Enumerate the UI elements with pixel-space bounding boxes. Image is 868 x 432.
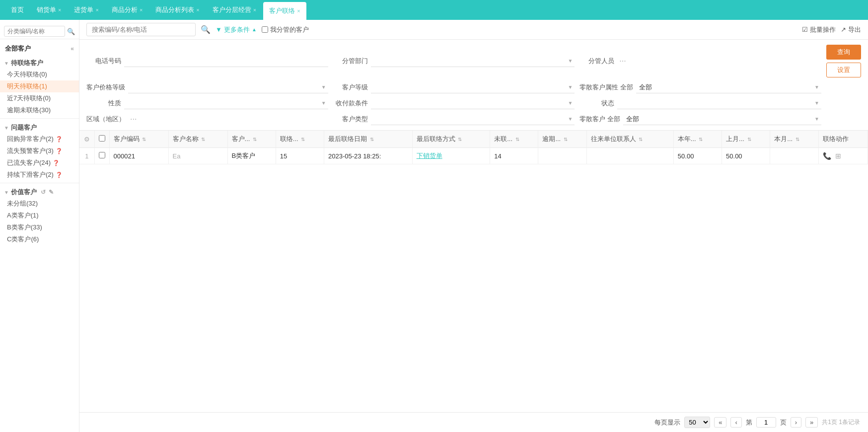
sidebar-item-churn-warning[interactable]: 流失预警客户(3) ❓ (0, 145, 79, 157)
filter-price-level-select[interactable] (128, 81, 328, 93)
col-gear[interactable]: ⚙ (79, 131, 94, 148)
nav-sales[interactable]: 销货单 × (31, 0, 67, 20)
problem-group-label: 问题客户 (11, 123, 37, 132)
my-customers-label: 我分管的客户 (270, 25, 309, 34)
last-method-link[interactable]: 下销货单 (417, 152, 442, 159)
sort-icon-contact-count[interactable]: ⇅ (301, 137, 305, 142)
sidebar-group-problem[interactable]: ▼ 问题客户 (0, 121, 79, 133)
filter-dept-select[interactable] (371, 55, 575, 67)
sidebar-group-value[interactable]: ▼ 价值客户 ↺ ✎ (0, 185, 79, 198)
sidebar-item-week[interactable]: 近7天待联络(0) (0, 92, 79, 104)
sort-icon-last-date[interactable]: ⇅ (370, 137, 374, 142)
my-customers-check[interactable] (262, 26, 268, 33)
nav-product-analysis[interactable]: 商品分析 × (106, 0, 148, 20)
filter-retail-attr-select[interactable]: 全部 (636, 81, 821, 93)
sort-icon-this-year[interactable]: ⇅ (699, 137, 703, 142)
sidebar-item-a-class[interactable]: A类客户(1) (0, 210, 79, 221)
row-checkbox[interactable] (94, 148, 109, 164)
filter-status-select[interactable] (617, 97, 821, 109)
filter-customer-level-select[interactable] (371, 81, 575, 93)
sort-icon-last-method[interactable]: ⇅ (458, 137, 462, 142)
sort-icon-overdue[interactable]: ⇅ (564, 137, 568, 142)
filter-phone-input[interactable] (124, 55, 328, 67)
sidebar-item-abnormal[interactable]: 回购异常客户(2) ❓ (0, 133, 79, 145)
col-action: 联络动作 (818, 131, 868, 148)
sidebar-search-btn[interactable]: 🔍 (67, 28, 75, 35)
page-size-label: 每页显示 (654, 418, 680, 427)
sidebar-item-today[interactable]: 今天待联络(0) (0, 69, 79, 80)
nav-home[interactable]: 首页 (5, 0, 30, 20)
row-code: 000021 (109, 148, 168, 164)
action-grid-icon[interactable]: ⊞ (835, 152, 841, 160)
row-this-year: 50.00 (673, 148, 722, 164)
prev-page-btn[interactable]: ‹ (730, 417, 741, 428)
export-btn[interactable]: ↗ 导出 (841, 25, 861, 34)
sort-icon-type[interactable]: ⇅ (253, 137, 257, 142)
last-page-btn[interactable]: » (805, 417, 818, 428)
sort-icon-code[interactable]: ⇅ (142, 137, 146, 142)
sidebar-item-declining[interactable]: 持续下滑客户(2) ❓ (0, 169, 79, 181)
sort-icon-last-month[interactable]: ⇅ (747, 137, 751, 142)
sidebar-item-churned[interactable]: 已流失客户(24) ❓ (0, 157, 79, 169)
sort-icon-uncontacted[interactable]: ⇅ (515, 137, 519, 142)
page-input[interactable] (756, 417, 776, 428)
sidebar-item-b-class[interactable]: B类客户(33) (0, 221, 79, 233)
more-conditions-btn[interactable]: ▼ 更多条件 ▲ (216, 25, 257, 34)
sidebar: 🔍 全部客户 « ▼ 待联络客户 今天待联络(0) 明天待联络(1) 近7天待联… (0, 20, 79, 432)
filter-region-dots[interactable]: ··· (128, 115, 139, 124)
action-phone-icon[interactable]: 📞 (823, 152, 831, 160)
sidebar-group-pending[interactable]: ▼ 待联络客户 (0, 56, 79, 69)
nav-customer-contact-close[interactable]: × (297, 8, 300, 14)
batch-op-btn[interactable]: ☑ 批量操作 (802, 25, 836, 34)
sidebar-item-tomorrow[interactable]: 明天待联络(1) (0, 80, 79, 92)
sidebar-search-area: 🔍 (0, 24, 79, 39)
sidebar-search-input[interactable] (4, 26, 65, 37)
select-all-checkbox[interactable] (99, 135, 105, 142)
nav-product-list[interactable]: 商品分析列表 × (149, 0, 205, 20)
filter-region-label: 区域（地区） (86, 115, 125, 124)
nav-sales-close[interactable]: × (58, 7, 61, 13)
filter-customer-type-label: 客户类型 (333, 115, 368, 124)
sort-icon-this-month[interactable]: ⇅ (796, 137, 799, 142)
nav-product-list-close[interactable]: × (196, 7, 199, 13)
nav-customer-segment-close[interactable]: × (253, 7, 256, 13)
sidebar-all-customers[interactable]: 全部客户 « (0, 41, 79, 56)
refresh-icon[interactable]: ↺ (41, 189, 46, 196)
next-page-btn[interactable]: › (791, 417, 801, 428)
nav-customer-contact[interactable]: 客户联络 × (263, 2, 306, 20)
sidebar-item-ungrouped[interactable]: 未分组(32) (0, 198, 79, 210)
my-customers-checkbox[interactable]: 我分管的客户 (262, 25, 309, 34)
row-check[interactable] (99, 152, 105, 158)
nav-customer-segment[interactable]: 客户分层经营 × (207, 0, 262, 20)
settings-btn[interactable]: 设置 (826, 63, 861, 77)
sidebar-item-overdue[interactable]: 逾期未联络(30) (0, 104, 79, 116)
nav-purchase[interactable]: 进货单 × (68, 0, 104, 20)
sidebar-item-overdue-label: 逾期未联络(30) (7, 106, 51, 115)
query-btn[interactable]: 查询 (826, 45, 861, 60)
sort-icon-name[interactable]: ⇅ (201, 137, 205, 142)
filter-payment-select[interactable] (371, 97, 575, 109)
col-this-year: 本年... ⇅ (673, 131, 722, 148)
filter-search-input[interactable] (86, 23, 196, 36)
edit-icon[interactable]: ✎ (49, 189, 54, 196)
nav-product-analysis-close[interactable]: × (140, 7, 143, 13)
page-size-select[interactable]: 50 100 (684, 417, 710, 428)
row-name[interactable]: Ea (168, 148, 227, 164)
filter-nature-select[interactable] (124, 97, 328, 109)
main-layout: 🔍 全部客户 « ▼ 待联络客户 今天待联络(0) 明天待联络(1) 近7天待联… (0, 20, 868, 432)
nav-purchase-close[interactable]: × (95, 7, 98, 13)
filter-manager-dots[interactable]: ··· (617, 57, 628, 66)
filter-search-btn[interactable]: 🔍 (201, 25, 211, 34)
filter-status-select-wrapper: ▼ (617, 97, 821, 109)
sidebar-item-c-class[interactable]: C类客户(6) (0, 233, 79, 245)
filter-retail-customer-select[interactable]: 全部 (623, 113, 821, 125)
customer-table: ⚙ 客户编码 ⇅ 客户名称 ⇅ 客户... ⇅ 联络... ⇅ 最后联络日期 ⇅… (79, 131, 868, 164)
filter-customer-level-select-wrapper: ▼ (371, 81, 575, 93)
filter-customer-type-select[interactable] (371, 113, 575, 125)
nav-purchase-label: 进货单 (74, 5, 93, 14)
col-contact-count: 联络... ⇅ (276, 131, 324, 148)
col-this-month: 本月... ⇅ (770, 131, 818, 148)
first-page-btn[interactable]: « (714, 417, 726, 428)
sort-icon-contact-person[interactable]: ⇅ (639, 137, 643, 142)
row-last-method[interactable]: 下销货单 (412, 148, 490, 164)
